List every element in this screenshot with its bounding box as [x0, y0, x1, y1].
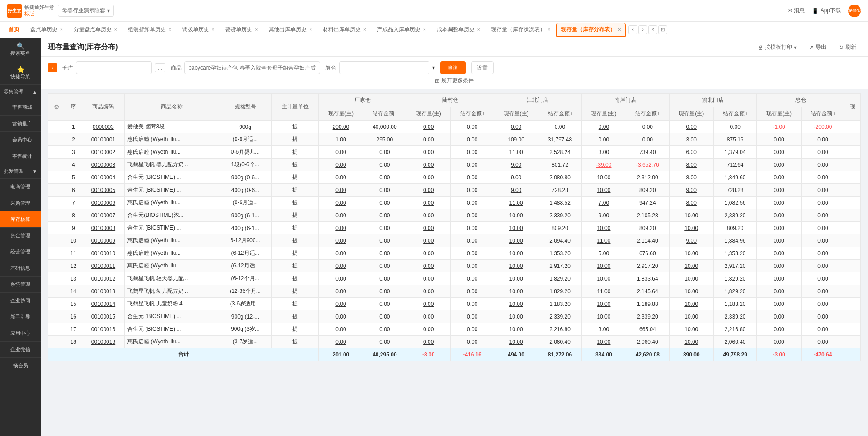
row-cgc-amt: 0.00: [363, 336, 406, 348]
row-lcc-amt: 0.00: [451, 159, 494, 171]
close-icon[interactable]: ×: [423, 27, 426, 32]
row-current: [844, 310, 861, 323]
avatar[interactable]: demo2: [848, 5, 861, 17]
sidebar-item-wechat[interactable]: 企业微信: [0, 342, 41, 358]
row-total-amt: 0.00: [801, 209, 844, 222]
row-namd-amt: -3,652.76: [626, 159, 669, 171]
row-spec: 900g (0-6...: [219, 171, 271, 184]
sidebar-item-appstore[interactable]: 应用中心: [0, 325, 41, 342]
sidebar-item-retail-stats[interactable]: 零售统计: [0, 148, 41, 164]
row-namd-qty: 10.00: [581, 298, 626, 310]
sidebar-item-search[interactable]: 🔍 搜索英单: [0, 38, 41, 61]
row-current: [844, 171, 861, 184]
row-total-amt: 0.00: [801, 171, 844, 184]
tab-9[interactable]: 成本调整单历史 ×: [432, 23, 485, 37]
nav-close-all[interactable]: ×: [648, 25, 657, 34]
row-jbmd-qty: 10.00: [494, 298, 538, 310]
sidebar-item-nav[interactable]: ⭐ 快捷导航: [0, 61, 41, 85]
expand-conditions-btn[interactable]: ⊞ 展开更多条件: [48, 77, 861, 84]
nav-expand[interactable]: ⊡: [658, 25, 667, 34]
row-lcc-amt: 0.00: [451, 146, 494, 159]
row-lcc-qty: 0.00: [406, 260, 451, 272]
table-row: 11 00100010 惠氏启睦 (Wyeth illu... (6-12月适.…: [48, 247, 861, 260]
tab-11[interactable]: 现存量（库存分布表） ×: [556, 23, 626, 37]
tab-7[interactable]: 材料出库单历史 ×: [318, 23, 371, 37]
tab-2[interactable]: 分量盘点单历史 ×: [69, 23, 122, 37]
tab-10[interactable]: 现存量（库存状况表） ×: [486, 23, 556, 37]
sidebar-item-retail-mgmt[interactable]: 零售管理 ▲: [0, 85, 41, 99]
close-icon[interactable]: ×: [548, 27, 551, 32]
sidebar-item-ecommerce[interactable]: 电商管理: [0, 179, 41, 195]
close-icon[interactable]: ×: [477, 27, 480, 32]
row-ybmd-amt: 1,884.96: [713, 234, 756, 247]
row-ybmd-qty: 10.00: [669, 336, 713, 348]
sidebar-item-inventory[interactable]: 库存核算: [0, 211, 41, 228]
sidebar-item-finance[interactable]: 资金管理: [0, 228, 41, 244]
close-icon[interactable]: ×: [212, 27, 215, 32]
sidebar-item-purchase[interactable]: 采购管理: [0, 195, 41, 211]
row-name: 飞鹤星飞帆 较大婴儿配...: [125, 272, 219, 285]
row-jbmd-qty: 0.00: [494, 121, 538, 133]
tab-5[interactable]: 要货单历史 ×: [220, 23, 263, 37]
row-unit: 提: [272, 298, 319, 310]
row-lcc-qty: 0.00: [406, 298, 451, 310]
tab-1[interactable]: 盘点单历史 ×: [25, 23, 68, 37]
tab-3[interactable]: 组装折卸单历史 ×: [123, 23, 176, 37]
row-ybmd-amt: 1,379.04: [713, 146, 756, 159]
logo-icon: 好生意: [7, 4, 22, 18]
message-btn[interactable]: ✉ 消息: [788, 7, 805, 14]
row-lcc-qty: 0.00: [406, 323, 451, 336]
expand-orange-btn[interactable]: ›: [48, 63, 57, 72]
sidebar-item-wholesale[interactable]: 批发管理 ▼: [0, 164, 41, 179]
tab-8[interactable]: 产成品入库单历史 ×: [372, 23, 431, 37]
row-total-qty: 0.00: [757, 323, 801, 336]
row-total-qty: 0.00: [757, 197, 801, 209]
sidebar-item-retail-mall[interactable]: 零售商城: [0, 99, 41, 116]
sidebar-item-basic[interactable]: 基础信息: [0, 260, 41, 277]
sidebar-item-system[interactable]: 系统管理: [0, 277, 41, 293]
close-icon[interactable]: ×: [309, 27, 312, 32]
sidebar-item-guide[interactable]: 新手引导: [0, 309, 41, 325]
sidebar-item-member2[interactable]: 畅会员: [0, 358, 41, 374]
sidebar-item-member[interactable]: 会员中心: [0, 132, 41, 148]
industry-selector[interactable]: 母婴行业演示陈套 ▾: [58, 5, 114, 17]
row-namd-amt: 947.24: [626, 197, 669, 209]
row-no: 13: [65, 272, 82, 285]
refresh-btn[interactable]: ↻ 刷新: [835, 42, 861, 53]
close-icon[interactable]: ×: [60, 27, 63, 32]
row-spec: (6-12个月...: [219, 272, 271, 285]
close-icon[interactable]: ×: [363, 27, 366, 32]
gear-icon[interactable]: ⚙: [54, 103, 60, 111]
tab-home[interactable]: 首页: [4, 23, 24, 37]
row-ybmd-amt: 1,082.56: [713, 197, 756, 209]
nav-prev[interactable]: ‹: [628, 25, 637, 34]
query-btn[interactable]: 查询: [440, 61, 466, 74]
export-btn[interactable]: ↗ 导出: [805, 42, 831, 53]
color-input[interactable]: [339, 61, 429, 74]
settings-btn[interactable]: 设置: [471, 61, 494, 74]
filter-row: › 仓库 ... 商品 颜色 ▾ 查询 设置: [48, 61, 861, 74]
row-unit: 提: [272, 184, 319, 197]
row-select: [48, 121, 65, 133]
warehouse-input[interactable]: [76, 61, 152, 74]
row-namd-amt: 809.20: [626, 184, 669, 197]
nav-next[interactable]: ›: [638, 25, 647, 34]
print-btn[interactable]: 🖨 按模板打印 ▾: [753, 42, 801, 53]
logo-text: 畅捷通好生意 标版: [24, 5, 54, 16]
sidebar-item-enterprise[interactable]: 企业协同: [0, 293, 41, 309]
tab-4[interactable]: 调拨单历史 ×: [177, 23, 220, 37]
product-input[interactable]: [184, 61, 320, 74]
row-namd-amt: 739.40: [626, 146, 669, 159]
data-table: ⚙ 序 商品编码 商品名称 规格型号 主计量单位 厂家仓 陆村仓 江北门店 南岸…: [48, 93, 861, 361]
row-namd-amt: 2,060.40: [626, 336, 669, 348]
sidebar-item-operation[interactable]: 经营管理: [0, 244, 41, 260]
row-cgc-qty: 0.00: [319, 197, 363, 209]
tab-6[interactable]: 其他出库单历史 ×: [264, 23, 317, 37]
close-icon[interactable]: ×: [618, 27, 621, 32]
sidebar-item-marketing[interactable]: 营销推广: [0, 116, 41, 132]
close-icon[interactable]: ×: [255, 27, 258, 32]
ellipsis-btn[interactable]: ...: [155, 63, 165, 72]
app-download-btn[interactable]: 📱 App下载: [812, 7, 841, 14]
close-icon[interactable]: ×: [169, 27, 171, 32]
close-icon[interactable]: ×: [114, 27, 117, 32]
